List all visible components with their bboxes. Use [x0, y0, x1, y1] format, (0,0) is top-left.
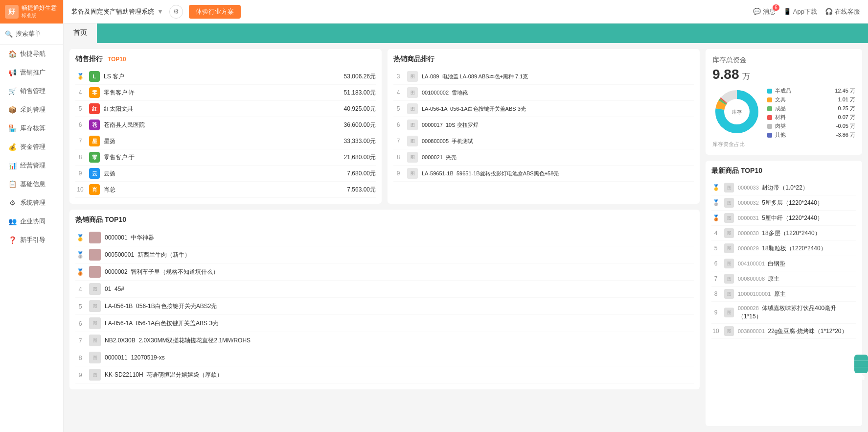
product-thumbnail: 图: [724, 213, 734, 223]
rank-number: 10: [75, 186, 85, 193]
product-name: 22g鱼豆腐·烧烤味（1*12*20）: [768, 328, 847, 335]
product-thumbnail: 图: [724, 308, 734, 317]
product-code: 0000031: [738, 215, 760, 221]
sidebar-item-purchase[interactable]: 📦 采购管理: [0, 100, 63, 119]
customer-avatar: 零: [89, 87, 100, 98]
float-btn-service[interactable]: 客服热线: [854, 355, 868, 361]
hot-product-item: 8 图 0000011 12070519-xs: [75, 349, 694, 366]
sidebar-item-finance[interactable]: 💰 资金管理: [0, 138, 63, 156]
rank-number: 4: [75, 89, 85, 96]
settings-button[interactable]: ⚙: [169, 5, 183, 19]
dropdown-chevron[interactable]: ▼: [157, 8, 163, 15]
product-right-list: 3 图 LA-089 电池盖 LA-089 ABS本色+黑种 7.1克 4 图 …: [393, 69, 694, 182]
sidebar-item-enterprise[interactable]: 👥 企业协同: [0, 212, 63, 231]
legend-dot: [767, 106, 772, 111]
product-name: LA-59651-1B 59651-1B旋转投影灯电池盒ABS黑色+58壳: [422, 170, 694, 177]
sidebar-item-guide[interactable]: ❓ 新手引导: [0, 231, 63, 249]
trial-button[interactable]: 体验行业方案: [189, 5, 241, 19]
sidebar-logo: 好 畅捷通好生意 标准版: [0, 0, 63, 24]
sidebar-item-inventory[interactable]: 🏪 库存核算: [0, 119, 63, 138]
customer-rank-item: 4 零 零售客户·许 51,183.00元: [75, 85, 376, 101]
sales-icon: 🛒: [8, 87, 16, 95]
sidebar-item-sales[interactable]: 🛒 销售管理: [0, 82, 63, 100]
rank-number: 9: [75, 371, 85, 379]
float-btn-community[interactable]: 服务社区: [854, 361, 868, 367]
search-menu-button[interactable]: 🔍 搜索菜单: [5, 27, 58, 40]
product-name: 18颗粒板（1220*2440）: [762, 245, 826, 252]
product-code: 003800001: [738, 328, 766, 334]
donut-chart: 库存: [712, 87, 761, 136]
product-name: 封边带（1.0*22）: [762, 184, 808, 191]
legend-item: 半成品 12.45 万: [767, 87, 855, 95]
sidebar-item-marketing[interactable]: 📢 营销推广: [0, 63, 63, 82]
message-button[interactable]: 💬 消息 6: [753, 7, 776, 16]
product-code: 0000032: [738, 200, 760, 206]
rank-number: 6: [711, 260, 720, 267]
product-thumbnail: 图: [724, 183, 734, 192]
product-name: 18多层（1220*2440）: [762, 230, 820, 237]
product-name: 0000017 10S 变扭罗焊: [422, 121, 694, 129]
nav-tabs: 首页: [64, 24, 868, 43]
header: 装备及固定资产辅助管理系统 ▼ ⚙ 体验行业方案 💬 消息 6 📱 App下载 …: [64, 0, 868, 24]
hot-products-panel: 热销商品 TOP10 🥇 0000001 中华神器 🥈 000500001 新西…: [69, 210, 700, 389]
legend-dot: [767, 89, 772, 94]
system-name: 装备及固定资产辅助管理系统 ▼: [71, 7, 163, 16]
sidebar-item-operations[interactable]: 📊 经营管理: [0, 156, 63, 175]
rank-number: 5: [75, 105, 85, 112]
customer-avatar: 零: [89, 152, 100, 163]
float-btn-live[interactable]: 直播: [854, 367, 868, 373]
tab-home[interactable]: 首页: [64, 24, 97, 43]
customer-name: 零售客户·许: [104, 89, 340, 97]
rank-number: 7: [75, 138, 85, 144]
product-thumbnail: 图: [724, 326, 734, 336]
headset-icon: 🎧: [825, 8, 833, 15]
product-info: 0000033 封边带（1.0*22）: [738, 184, 856, 192]
product-image: 图: [407, 168, 418, 179]
sidebar-search-area: 🔍 搜索菜单: [0, 24, 63, 45]
product-info: 0000030 18多层（1220*2440）: [738, 229, 856, 238]
sidebar-nav: 🏠 快捷导航 📢 营销推广 🛒 销售管理 📦 采购管理 🏪 库存核算 💰 资金管…: [0, 45, 63, 432]
customer-avatar: L: [89, 71, 100, 82]
customer-value: 7,563.00元: [347, 186, 376, 194]
sidebar-item-quicknav[interactable]: 🏠 快捷导航: [0, 45, 63, 63]
customer-value: 51,183.00元: [344, 89, 376, 97]
customer-rank-item: 7 星 星扬 33,333.00元: [75, 133, 376, 149]
rank-number: 8: [75, 354, 85, 361]
legend-dot: [767, 133, 772, 138]
header-right: 💬 消息 6 📱 App下载 🎧 在线客服: [753, 7, 860, 16]
product-thumbnail: 图: [724, 289, 734, 299]
finance-icon: 💰: [8, 143, 16, 151]
top-products-right-panel: 热销商品排行 3 图 LA-089 电池盖 LA-089 ABS本色+黑种 7.…: [388, 49, 700, 204]
product-name: LA-056-1A 056-1A白色按键开关盖ABS 3壳: [422, 105, 694, 113]
legend-value: 0.25 万: [838, 105, 855, 112]
customer-name: 肖总: [104, 186, 343, 194]
product-thumbnail: 图: [89, 283, 101, 295]
app-download-button[interactable]: 📱 App下载: [783, 7, 817, 16]
online-service-button[interactable]: 🎧 在线客服: [825, 7, 860, 16]
product-info: 0000032 5厘多层（1220*2440）: [738, 199, 856, 207]
legend-value: 0.07 万: [838, 114, 855, 121]
phone-icon: 📱: [783, 8, 791, 15]
product-code: 0000030: [738, 230, 760, 236]
legend-dot: [767, 97, 772, 102]
hot-products-title: 热销商品 TOP10: [75, 216, 694, 224]
customer-name: LS 客户: [104, 72, 340, 81]
legend-value: 12.45 万: [835, 87, 855, 95]
legend-label: 其他: [775, 131, 833, 139]
legend-label: 肉类: [775, 122, 833, 130]
rank-number: 6: [75, 320, 85, 327]
sidebar-item-system[interactable]: ⚙ 系统管理: [0, 193, 63, 212]
content-area: 销售排行 TOP10 🥇 L LS 客户 53,006.26元 4 零 零售客户…: [64, 43, 868, 432]
product-name: 0000011 12070519-xs: [105, 354, 694, 361]
product-name: 000800005 手机测试: [422, 138, 694, 145]
customer-name: 苍南县人民医院: [104, 121, 340, 129]
purchase-icon: 📦: [8, 106, 16, 114]
search-icon: 🔍: [5, 30, 13, 38]
svg-text:库存: 库存: [732, 109, 742, 115]
rank-number: 5: [75, 303, 85, 310]
new-product-item: 5 图 0000029 18颗粒板（1220*2440）: [711, 241, 856, 256]
rank-number: 7: [711, 275, 720, 282]
product-thumbnail: 图: [724, 274, 734, 284]
legend-dot: [767, 115, 772, 120]
sidebar-item-basic-info[interactable]: 📋 基础信息: [0, 175, 63, 193]
